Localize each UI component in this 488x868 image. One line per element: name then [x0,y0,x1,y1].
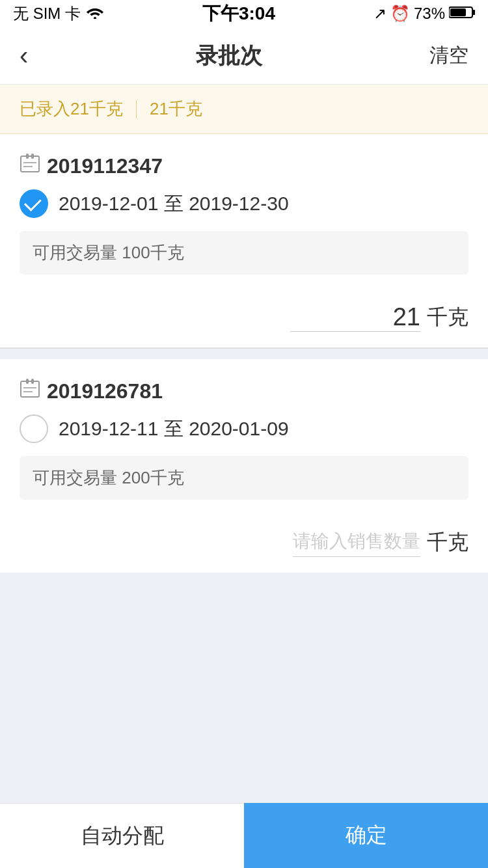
batch-date-row-2[interactable]: 2019-12-11 至 2020-01-09 [20,414,468,443]
status-bar: 无 SIM 卡 下午3:04 ↗ ⏰ 73% [0,0,488,27]
svg-rect-10 [26,379,29,384]
batch-date-row-1[interactable]: 2019-12-01 至 2019-12-30 [20,189,468,218]
clear-button[interactable]: 清空 [429,42,468,69]
bottom-bar: 自动分配 确定 [0,803,488,868]
svg-rect-11 [31,379,34,384]
page-title: 录批次 [196,41,262,71]
sales-quantity-input[interactable]: 请输入销售数量 [293,529,420,557]
batch-icon-1 [20,154,40,179]
auto-distribute-button[interactable]: 自动分配 [0,803,244,868]
info-divider [136,100,137,118]
nav-bar: ‹ 录批次 清空 [0,27,488,85]
batch-card-1: 2019112347 2019-12-01 至 2019-12-30 可用交易量… [0,134,488,288]
svg-rect-2 [472,10,475,15]
total-amount: 21千克 [150,98,202,120]
svg-rect-4 [21,156,39,172]
sim-status: 无 SIM 卡 [13,3,81,24]
radio-1[interactable] [20,189,48,218]
radio-2[interactable] [20,414,48,443]
svg-rect-5 [26,154,29,159]
svg-rect-6 [31,154,34,159]
amount-unit-1: 千克 [427,303,468,332]
batch-header-2: 2019126781 [20,379,468,404]
amount-display-1[interactable]: 21 [290,303,420,332]
status-time: 下午3:04 [202,1,275,26]
input-unit-2: 千克 [427,528,468,557]
info-banner: 已录入21千克 21千克 [0,85,488,134]
input-row-2: 请输入销售数量 千克 [0,513,488,573]
svg-point-0 [94,17,96,19]
batch-date-2: 2019-12-11 至 2020-01-09 [59,416,289,442]
batch-icon-2 [20,379,40,404]
amount-row-1: 21 千克 [0,288,488,347]
recorded-amount: 已录入21千克 [20,98,123,120]
battery-icon [449,5,475,23]
batch-header-1: 2019112347 [20,154,468,179]
status-right: ↗ ⏰ 73% [373,5,475,23]
alarm-icon: ⏰ [390,5,410,23]
back-button[interactable]: ‹ [20,41,28,70]
confirm-button[interactable]: 确定 [244,803,488,868]
location-icon: ↗ [373,5,386,23]
batch-card-2: 2019126781 2019-12-11 至 2020-01-09 可用交易量… [0,359,488,513]
svg-rect-3 [450,8,466,16]
batch-availability-1: 可用交易量 100千克 [20,231,468,275]
batch-id-1: 2019112347 [47,154,163,178]
batch-date-1: 2019-12-01 至 2019-12-30 [59,191,289,217]
battery-text: 73% [414,5,445,23]
status-left: 无 SIM 卡 [13,3,104,24]
amount-value-1: 21 [393,303,420,331]
grey-divider-1 [0,349,488,359]
input-placeholder-2: 请输入销售数量 [293,531,420,551]
wifi-icon [86,5,104,23]
batch-id-2: 2019126781 [47,379,163,403]
svg-rect-9 [21,381,39,397]
batch-availability-2: 可用交易量 200千克 [20,456,468,500]
